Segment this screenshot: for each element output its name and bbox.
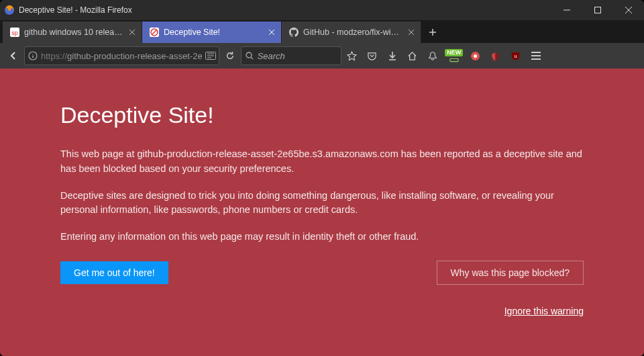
favicon-icon: sp	[9, 27, 20, 38]
svg-point-25	[246, 52, 252, 58]
svg-text:u: u	[515, 53, 517, 59]
downloads-icon[interactable]	[383, 46, 402, 65]
warning-page: Deceptive Site! This web page at github-…	[0, 69, 644, 356]
whats-new-button[interactable]: NEW	[443, 46, 465, 65]
tab-deceptive-site[interactable]: Deceptive Site!	[142, 21, 282, 43]
tab-github-modzero[interactable]: GitHub - modzero/fix-windo	[282, 21, 421, 43]
identity-icon[interactable]	[28, 51, 38, 60]
extension-noscript-icon[interactable]	[466, 46, 485, 65]
svg-point-29	[474, 54, 477, 58]
get-out-button[interactable]: Get me out of here!	[60, 261, 168, 284]
close-button[interactable]	[613, 0, 644, 20]
search-icon	[246, 52, 254, 60]
nav-toolbar: https://github-production-release-asset-…	[0, 43, 644, 69]
back-button[interactable]	[4, 46, 23, 65]
tab-github-releases[interactable]: sp github windows 10 releases	[3, 21, 142, 43]
extension-shield-icon[interactable]	[486, 46, 505, 65]
minimize-button[interactable]	[551, 0, 582, 20]
github-favicon-icon	[288, 27, 299, 38]
firefox-icon	[4, 5, 15, 15]
ignore-row: Ignore this warning	[60, 305, 584, 317]
url-text: https://github-production-release-asset-…	[41, 51, 203, 61]
warning-paragraph: Deceptive sites are designed to trick yo…	[60, 189, 584, 218]
pocket-icon[interactable]	[363, 46, 382, 65]
warning-heading: Deceptive Site!	[60, 102, 584, 128]
tab-close-icon[interactable]	[127, 27, 138, 38]
window-title: Deceptive Site! - Mozilla Firefox	[19, 5, 551, 15]
maximize-button[interactable]	[582, 0, 613, 20]
search-placeholder: Search	[258, 51, 285, 61]
menu-button[interactable]	[527, 46, 545, 65]
svg-rect-2	[595, 7, 601, 13]
reload-button[interactable]	[221, 46, 239, 65]
svg-rect-27	[450, 58, 458, 61]
tab-close-icon[interactable]	[266, 27, 277, 38]
url-bar[interactable]: https://github-production-release-asset-…	[24, 46, 219, 65]
ignore-warning-link[interactable]: Ignore this warning	[504, 306, 584, 316]
new-tab-button[interactable]	[421, 21, 444, 43]
search-bar[interactable]: Search	[241, 46, 341, 65]
svg-text:sp: sp	[11, 30, 18, 36]
tab-label: Deceptive Site!	[164, 28, 262, 37]
tab-strip: sp github windows 10 releases Deceptive …	[0, 20, 644, 43]
bookmark-star-icon[interactable]	[343, 46, 362, 65]
warning-favicon-icon	[149, 27, 160, 38]
home-icon[interactable]	[403, 46, 422, 65]
firefox-window: Deceptive Site! - Mozilla Firefox sp git…	[0, 0, 644, 356]
extension-ublock-icon[interactable]: u	[506, 46, 525, 65]
titlebar: Deceptive Site! - Mozilla Firefox	[0, 0, 644, 20]
warning-paragraph: This web page at github-production-relea…	[60, 147, 584, 177]
notifications-icon[interactable]	[423, 46, 442, 65]
tab-label: github windows 10 releases	[24, 28, 123, 37]
button-row: Get me out of here! Why was this page bl…	[60, 261, 584, 285]
warning-paragraph: Entering any information on this web pag…	[60, 230, 584, 244]
why-blocked-button[interactable]: Why was this page blocked?	[437, 261, 584, 285]
tab-close-icon[interactable]	[406, 27, 417, 38]
reader-mode-icon[interactable]	[205, 52, 216, 60]
svg-line-26	[251, 57, 253, 59]
tab-label: GitHub - modzero/fix-windo	[303, 28, 402, 37]
